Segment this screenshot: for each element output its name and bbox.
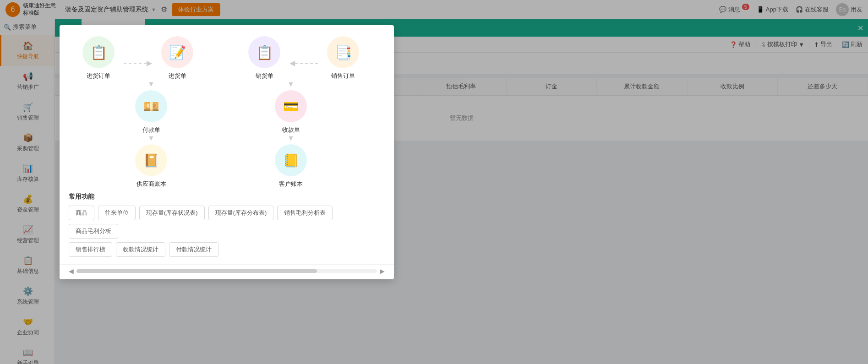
flow-node-sales-order: 📑 销售订单	[327, 36, 359, 80]
purchase-order-label: 进货订单	[87, 72, 110, 80]
modal-scrollbar: ◀ ▶	[60, 264, 394, 279]
scroll-left-icon[interactable]: ◀	[69, 267, 74, 275]
flow-node-customer: 📒 客户账本	[275, 144, 307, 188]
common-functions-title: 常用功能	[69, 193, 385, 201]
purchase-slip-label: 进货单	[169, 72, 186, 80]
flow-modal: 📋 进货订单 ▶ 📝 进货单	[60, 25, 394, 279]
customer-col: ▼ 📒 客户账本	[266, 134, 316, 188]
sales-slip-circle: 📋	[248, 36, 280, 68]
payment-col: ▼ 💴 付款单	[126, 80, 176, 134]
customer-label: 客户账本	[279, 180, 303, 188]
payment-label: 付款单	[142, 126, 160, 134]
common-functions-section: 常用功能 商品 往来单位 现存量(库存状况表) 现存量(库存分布表) 销售毛利分…	[60, 193, 394, 264]
sales-order-label: 销售订单	[331, 72, 355, 80]
flow-node-purchase-order: 📋 进货订单	[82, 36, 115, 80]
sales-order-circle: 📑	[327, 36, 359, 68]
common-btn-8[interactable]: 付款情况统计	[169, 242, 218, 257]
modal-overlay[interactable]: 📋 进货订单 ▶ 📝 进货单	[0, 0, 868, 364]
receipt-col: ▼ 💳 收款单	[266, 80, 316, 134]
flow-node-receipt: 💳 收款单	[275, 90, 307, 134]
common-btns-row2: 销售排行榜 收款情况统计 付款情况统计	[69, 242, 385, 257]
down-arrow-payment: ▼	[147, 80, 155, 88]
common-btn-7[interactable]: 收款情况统计	[116, 242, 165, 257]
common-btn-3[interactable]: 现存量(库存分布表)	[208, 206, 274, 220]
common-btn-6[interactable]: 销售排行榜	[69, 242, 112, 257]
customer-circle: 📒	[275, 144, 307, 176]
flow-bottom-row: ▼ 📔 供应商账本 ▼ 📒	[73, 134, 380, 188]
common-btn-1[interactable]: 往来单位	[98, 206, 136, 220]
flow-top-row: 📋 进货订单 ▶ 📝 进货单	[73, 36, 380, 80]
receipt-label: 收款单	[282, 126, 300, 134]
receipt-circle: 💳	[275, 90, 307, 122]
arrow-right-1: ▶	[124, 59, 152, 67]
purchase-slip-circle: 📝	[161, 36, 193, 68]
payment-circle: 💴	[135, 90, 167, 122]
flow-node-payment: 💴 付款单	[135, 90, 167, 134]
common-btn-2[interactable]: 现存量(库存状况表)	[139, 206, 205, 220]
common-btns-row1: 商品 往来单位 现存量(库存状况表) 现存量(库存分布表) 销售毛利分析表 商品…	[69, 206, 385, 239]
flow-diagram: 📋 进货订单 ▶ 📝 进货单	[60, 25, 394, 193]
sales-slip-label: 销货单	[256, 72, 273, 80]
arrow-left-1: ◀	[289, 59, 318, 67]
flow-node-sales-slip: 📋 销货单	[248, 36, 280, 80]
supplier-circle: 📔	[135, 144, 167, 176]
down-arrow-receipt: ▼	[287, 80, 295, 88]
flow-node-purchase-slip: 📝 进货单	[161, 36, 193, 80]
down-arrow-supplier: ▼	[147, 134, 155, 142]
common-btn-4[interactable]: 销售毛利分析表	[277, 206, 333, 220]
common-btn-5[interactable]: 商品毛利分析	[69, 224, 118, 239]
supplier-col: ▼ 📔 供应商账本	[126, 134, 176, 188]
scrollbar-track[interactable]	[76, 269, 377, 273]
scrollbar-thumb	[76, 269, 317, 273]
purchase-order-circle: 📋	[82, 36, 115, 68]
flow-node-supplier: 📔 供应商账本	[135, 144, 167, 188]
supplier-label: 供应商账本	[136, 180, 166, 188]
flow-middle-row: ▼ 💴 付款单 ▼ 💳	[73, 80, 380, 134]
common-btn-0[interactable]: 商品	[69, 206, 94, 220]
down-arrow-customer: ▼	[287, 134, 295, 142]
scroll-right-icon[interactable]: ▶	[380, 267, 385, 275]
